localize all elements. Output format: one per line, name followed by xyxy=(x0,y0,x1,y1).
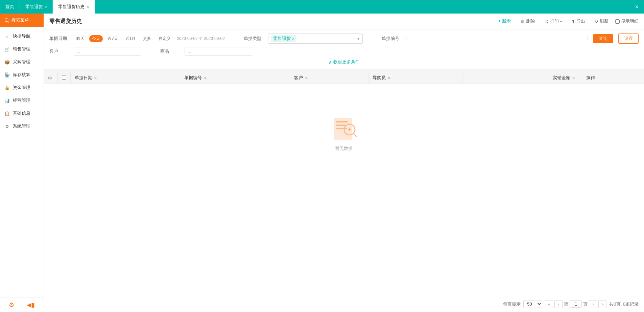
th-number-label: 单据编号 xyxy=(184,75,202,80)
sidebar-menu: ⌂ 快捷导航 🛒 销售管理 📦 采购管理 🏪 库存核算 🔒 资金管理 📊 xyxy=(0,27,44,297)
customer-placeholder: ... xyxy=(77,49,80,54)
cart-icon: 🛒 xyxy=(4,46,10,52)
sidebar-item-purchase[interactable]: 📦 采购管理 xyxy=(0,55,44,68)
delete-button[interactable]: 🗑 删除 xyxy=(518,17,538,26)
show-detail-checkbox[interactable] xyxy=(615,19,620,24)
page-number-input[interactable] xyxy=(570,300,582,308)
refresh-button[interactable]: ↺ 刷新 xyxy=(592,17,611,26)
tab-retail-return-history-label: 零售退货历史 xyxy=(58,4,85,10)
content-area: 零售退货历史 + 新增 🗑 删除 🖨 打印 ▾ ⬆ 导出 ↺ xyxy=(44,14,644,312)
table-header-row: ⚙ 单据日期 ⇅ 单据编号 ⇅ xyxy=(44,72,644,84)
svg-rect-5 xyxy=(336,128,347,129)
sidebar: 搜索菜单 ⌂ 快捷导航 🛒 销售管理 📦 采购管理 🏪 库存核算 🔒 资金管理 xyxy=(0,14,44,312)
box-icon: 📦 xyxy=(4,59,10,65)
date-option-more[interactable]: 更多 xyxy=(140,35,154,42)
date-option-yesterday[interactable]: 昨天 xyxy=(74,35,87,42)
goods-filter-input[interactable]: ... xyxy=(185,47,252,55)
th-guide: 导购员 ⇅ xyxy=(368,72,462,84)
home-icon: ⌂ xyxy=(4,33,10,39)
date-sort-icon[interactable]: ⇅ xyxy=(94,76,97,80)
date-option-7days[interactable]: 近7天 xyxy=(105,35,121,42)
customer-filter-label: 客户 xyxy=(49,48,68,54)
th-date-label: 单据日期 xyxy=(75,75,92,80)
tab-retail-return-close[interactable]: × xyxy=(45,5,47,9)
new-button[interactable]: + 新增 xyxy=(496,17,514,26)
warehouse-icon: 🏪 xyxy=(4,72,10,78)
last-page-button[interactable]: » xyxy=(598,300,606,308)
customer-filter-input[interactable]: ... xyxy=(74,47,141,55)
sidebar-search-label: 搜索菜单 xyxy=(11,17,29,23)
customer-sort-icon[interactable]: ⇅ xyxy=(305,76,308,80)
lock-icon: 🔒 xyxy=(4,85,10,91)
sidebar-item-operations-label: 经营管理 xyxy=(13,97,30,104)
sidebar-item-system-label: 系统管理 xyxy=(13,123,30,129)
tab-retail-return-history-close[interactable]: × xyxy=(87,5,89,9)
tab-retail-return[interactable]: 零售退货 × xyxy=(20,0,53,14)
date-option-1month[interactable]: 近1月 xyxy=(123,35,139,42)
tab-retail-return-history[interactable]: 零售退货历史 × xyxy=(53,0,94,14)
print-icon: 🖨 xyxy=(544,19,549,24)
export-label: 导出 xyxy=(576,18,585,24)
date-option-custom[interactable]: 自定义 xyxy=(156,35,173,42)
amount-sort-icon[interactable]: ⇅ xyxy=(572,76,575,80)
sidebar-volume-button[interactable]: ◀▮ xyxy=(27,301,35,309)
sidebar-item-system[interactable]: ⚙ 系统管理 xyxy=(0,120,44,133)
column-settings-icon[interactable]: ⚙ xyxy=(48,75,52,81)
sidebar-item-operations[interactable]: 📊 经营管理 xyxy=(0,94,44,107)
svg-line-7 xyxy=(354,134,356,136)
next-page-button[interactable]: › xyxy=(589,300,597,308)
query-button[interactable]: 查询 xyxy=(593,34,613,43)
sidebar-search[interactable]: 搜索菜单 xyxy=(0,14,44,27)
toolbar-actions: + 新增 🗑 删除 🖨 打印 ▾ ⬆ 导出 ↺ 刷新 xyxy=(496,17,639,26)
sidebar-gear-button[interactable]: ⚙ xyxy=(9,301,14,309)
export-button[interactable]: ⬆ 导出 xyxy=(569,17,588,26)
svg-rect-4 xyxy=(336,125,345,126)
type-dropdown-icon: ▾ xyxy=(357,36,360,41)
empty-cell: 暂无数据 xyxy=(44,84,644,179)
select-all-checkbox[interactable] xyxy=(62,75,66,80)
date-option-today[interactable]: 今天 xyxy=(89,35,103,42)
sidebar-item-finance-label: 资金管理 xyxy=(13,85,30,91)
tabs-area: 首页 零售退货 × 零售退货历史 × xyxy=(0,0,629,14)
date-filter-label: 单据日期 xyxy=(49,36,68,42)
number-sort-icon[interactable]: ⇅ xyxy=(204,76,207,80)
collapse-button[interactable]: ∧ 收起更多条件 xyxy=(329,59,360,65)
page-unit: 页 xyxy=(583,301,588,307)
prev-page-button[interactable]: ‹ xyxy=(554,300,563,308)
sidebar-item-inventory[interactable]: 🏪 库存核算 xyxy=(0,68,44,81)
guide-sort-icon[interactable]: ⇅ xyxy=(388,76,390,80)
table-container: ⚙ 单据日期 ⇅ 单据编号 ⇅ xyxy=(44,72,644,296)
type-filter-input[interactable]: 零售退货 × ▾ xyxy=(268,34,363,44)
sidebar-item-basic-info[interactable]: 📋 基础信息 xyxy=(0,107,44,120)
date-range-display: 2023-06-02 至 2023-06-02 xyxy=(177,36,224,42)
empty-illustration xyxy=(329,111,359,141)
table-body: 暂无数据 xyxy=(44,84,644,179)
sidebar-item-sales[interactable]: 🛒 销售管理 xyxy=(0,43,44,55)
th-amount-label: 实销金额 xyxy=(553,75,570,80)
th-check xyxy=(57,72,70,84)
goods-filter-label: 商品 xyxy=(160,48,179,54)
sidebar-item-quick-nav[interactable]: ⌂ 快捷导航 xyxy=(0,30,44,43)
number-filter-label: 单据编号 xyxy=(382,36,401,42)
sidebar-item-purchase-label: 采购管理 xyxy=(13,59,30,65)
pagination-bar: 每页显示 10 20 50 100 « ‹ 第 页 › » 共0页, 0条记录 xyxy=(44,296,644,312)
tab-home[interactable]: 首页 xyxy=(0,0,20,14)
number-filter-input[interactable] xyxy=(406,37,588,40)
filter-row-2: 客户 ... 商品 ... xyxy=(49,47,639,55)
window-close-button[interactable]: × xyxy=(629,3,644,10)
sidebar-item-inventory-label: 库存核算 xyxy=(13,72,30,78)
show-detail-text: 显示明细 xyxy=(621,18,639,24)
sidebar-item-finance[interactable]: 🔒 资金管理 xyxy=(0,81,44,94)
page-size-select[interactable]: 10 20 50 100 xyxy=(523,300,542,308)
th-amount: 实销金额 ⇅ xyxy=(462,72,582,84)
print-button[interactable]: 🖨 打印 ▾ xyxy=(542,17,565,26)
sidebar-item-basic-info-label: 基础信息 xyxy=(13,110,30,116)
filter-row-1: 单据日期 昨天 今天 近7天 近1月 更多 自定义 2023-06-02 至 2… xyxy=(49,34,639,44)
first-page-button[interactable]: « xyxy=(545,300,553,308)
tab-retail-return-label: 零售退货 xyxy=(25,4,43,10)
settings-button[interactable]: 设置 xyxy=(618,34,639,44)
refresh-label: 刷新 xyxy=(600,18,609,24)
chart-icon: 📊 xyxy=(4,97,10,104)
refresh-icon: ↺ xyxy=(595,19,598,24)
type-tag-close[interactable]: × xyxy=(292,36,295,41)
